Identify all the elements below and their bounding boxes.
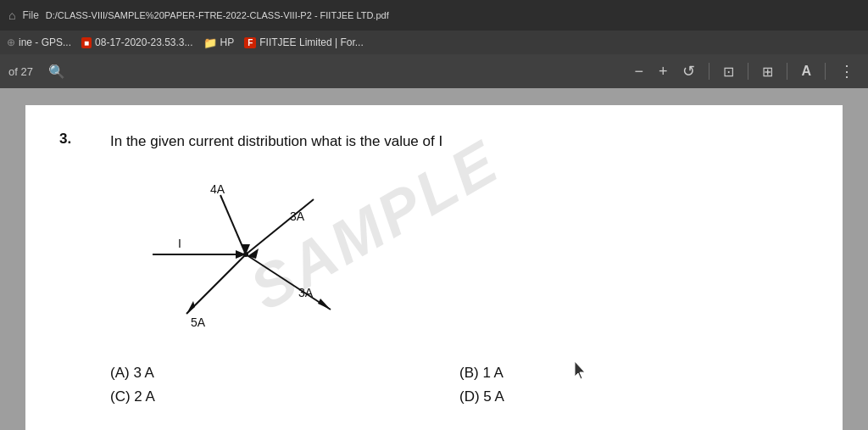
question-number: 3. bbox=[59, 131, 71, 148]
bookmark-date-label: 08-17-2020-23.53.3... bbox=[95, 36, 192, 48]
zoom-in-button[interactable]: + bbox=[654, 59, 673, 84]
folder-icon: 📁 bbox=[203, 36, 217, 49]
bookmark-date[interactable]: ■ 08-17-2020-23.53.3... bbox=[81, 36, 192, 48]
svg-marker-7 bbox=[318, 299, 331, 310]
red-icon: ■ bbox=[81, 37, 92, 48]
pdf-toolbar: of 27 🔍 − + ↺ ⊡ ⊞ A ⋮ bbox=[0, 54, 868, 88]
label-3a-lower: 3A bbox=[298, 286, 314, 299]
bookmark-fiitjee-label: FIITJEE Limited | For... bbox=[259, 36, 363, 48]
spread-button[interactable]: ⊞ bbox=[757, 60, 778, 83]
svg-marker-9 bbox=[186, 301, 195, 314]
bookmark-gps-label: ine - GPS... bbox=[19, 36, 71, 48]
rotate-button[interactable]: ↺ bbox=[677, 59, 700, 84]
divider-1 bbox=[709, 63, 709, 80]
svg-line-4 bbox=[246, 199, 314, 254]
more-button[interactable]: ⋮ bbox=[834, 59, 860, 84]
label-3a-upper: 3A bbox=[290, 209, 305, 223]
browser-title-bar: ⌂ File D:/CLASS-VIII/SAMPLE%20PAPER-FTRE… bbox=[0, 0, 868, 31]
pdf-content: SAMPLE 3. In the given current distribut… bbox=[0, 88, 868, 430]
pdf-page: SAMPLE 3. In the given current distribut… bbox=[25, 105, 843, 430]
label-5a: 5A bbox=[191, 316, 206, 329]
options-area: (A) 3 A (B) 1 A (C) 2 A (D) 5 A bbox=[110, 365, 809, 405]
fit-page-button[interactable]: ⊡ bbox=[718, 60, 739, 83]
text-button[interactable]: A bbox=[796, 60, 816, 82]
home-icon[interactable]: ⌂ bbox=[8, 8, 15, 22]
bookmark-hp[interactable]: 📁 HP bbox=[203, 36, 235, 49]
label-I: I bbox=[178, 237, 181, 250]
option-b: (B) 1 A bbox=[459, 365, 809, 382]
label-4a: 4A bbox=[210, 182, 225, 196]
tab-title: D:/CLASS-VIII/SAMPLE%20PAPER-FTRE-2022-C… bbox=[46, 10, 389, 20]
option-d: (D) 5 A bbox=[459, 388, 809, 405]
divider-3 bbox=[787, 63, 787, 80]
f-icon: F bbox=[244, 37, 256, 48]
divider-2 bbox=[748, 63, 748, 80]
question-text: In the given current distribution what i… bbox=[110, 131, 809, 153]
option-c: (C) 2 A bbox=[110, 388, 459, 405]
bookmark-fiitjee[interactable]: F FIITJEE Limited | For... bbox=[244, 36, 364, 48]
svg-point-10 bbox=[243, 252, 248, 257]
zoom-out-button[interactable]: − bbox=[629, 59, 648, 84]
bookmarks-bar: ⊕ ine - GPS... ■ 08-17-2020-23.53.3... 📁… bbox=[0, 31, 868, 54]
gps-icon: ⊕ bbox=[7, 36, 15, 48]
divider-4 bbox=[825, 63, 826, 80]
diagram-container: 4A I 3A 3A 5A bbox=[110, 170, 432, 356]
page-info: of 27 bbox=[8, 65, 33, 78]
bookmark-hp-label: HP bbox=[220, 36, 235, 48]
file-menu[interactable]: File bbox=[22, 9, 38, 21]
svg-line-6 bbox=[246, 254, 331, 310]
circuit-diagram: 4A I 3A 3A 5A bbox=[110, 170, 381, 348]
search-button[interactable]: 🔍 bbox=[45, 60, 69, 83]
svg-line-0 bbox=[220, 195, 246, 254]
bookmark-gps[interactable]: ⊕ ine - GPS... bbox=[7, 36, 71, 48]
svg-line-8 bbox=[186, 254, 246, 314]
option-a: (A) 3 A bbox=[110, 365, 459, 382]
